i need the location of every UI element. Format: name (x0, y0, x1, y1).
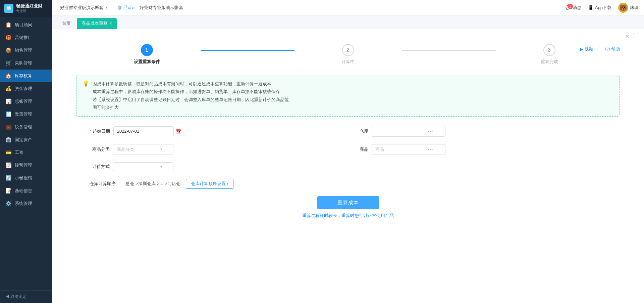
recalc-button[interactable]: 重算成本 (317, 196, 379, 209)
step-3-circle: 3 (543, 44, 555, 56)
start-date-input[interactable] (113, 126, 174, 136)
finance-icon: 💰 (5, 86, 11, 92)
step-2-circle: 2 (342, 44, 354, 56)
inventory-icon: 🏠 (5, 73, 11, 79)
info-line-3: 若【系统设置】中启用了自动调整记账日期时，会调整入库单的整单记账日期，因此重新计… (93, 96, 289, 103)
steps-progress: 1 设置重算条件 2 计算中 3 重算完成 ▶ 视 (63, 37, 633, 75)
step-1-circle: 1 (141, 44, 153, 56)
recalc-btn-label: 重算成本 (337, 200, 359, 205)
warehouse-order-setting-button[interactable]: 仓库计算顺序设置 › (186, 179, 233, 189)
account-selector[interactable]: 好业财专业版演示帐套 ▾ (57, 3, 110, 12)
avatar: 🐻 (618, 3, 628, 13)
tab-cost-recalc-label: 商品成本重算 (82, 20, 108, 27)
sidebar-item-project[interactable]: 📋 项目顾问 (0, 18, 52, 31)
sidebar-nav: 📋 项目顾问 🎁 营销推广 📦 销售管理 🛒 采购管理 🏠 库存核算 💰 资金管… (0, 17, 52, 290)
category-label: 商品分类 (90, 146, 110, 153)
sidebar-item-inventory-label: 库存核算 (15, 73, 32, 79)
help-label: 帮助 (611, 46, 620, 52)
sidebar-edition: 专业版 (16, 9, 42, 13)
step-1: 1 设置重算条件 (93, 44, 201, 65)
warehouse-dots-icon[interactable]: ··· (428, 128, 434, 134)
sidebar-item-finance-label: 资金管理 (15, 86, 32, 92)
sidebar-item-tax[interactable]: 💼 税务管理 (0, 121, 52, 133)
app-download-label: App下载 (595, 5, 611, 11)
step-1-number: 1 (145, 47, 148, 53)
message-button[interactable]: 💬 1 消息 (566, 5, 581, 11)
sidebar-item-system[interactable]: ⚙️ 系统管理 (0, 197, 52, 210)
category-group: 商品分类 商品分类 ▾ (90, 144, 348, 155)
warehouse-order-label: 仓库计算顺序： (90, 181, 120, 187)
warehouse-order-btn-label: 仓库计算顺序设置 › (191, 181, 228, 187)
sidebar-item-operations-label: 经营管理 (15, 162, 32, 168)
goods-dots-icon[interactable]: ··· (428, 146, 434, 153)
message-label: 消息 (573, 5, 581, 11)
sidebar-item-basic-label: 基础信息 (15, 188, 32, 194)
pricing-label: 计价方式 (90, 164, 110, 170)
sidebar-item-basic[interactable]: 📝 基础信息 (0, 184, 52, 197)
video-help-link[interactable]: ▶ 视频 (580, 46, 593, 52)
step-3-label: 重算完成 (541, 59, 558, 65)
user-profile[interactable]: 🐻 珠珠 (618, 3, 639, 13)
system-icon: ⚙️ (5, 201, 11, 207)
assets-icon: 🏛️ (5, 137, 11, 143)
content-area: ✕ ⛶ 1 设置重算条件 2 计算中 3 (52, 29, 644, 303)
tab-home[interactable]: 首页 (57, 18, 75, 29)
salary-icon: 💳 (5, 149, 11, 156)
sidebar-item-operations[interactable]: 📈 经营管理 (0, 159, 52, 172)
sidebar-item-assets[interactable]: 🏛️ 固定资产 (0, 133, 52, 146)
sidebar-item-system-label: 系统管理 (15, 201, 32, 207)
step-2: 2 计算中 (294, 44, 402, 65)
sidebar-item-purchase[interactable]: 🛒 采购管理 (0, 57, 52, 70)
sidebar-item-project-label: 项目顾问 (15, 22, 32, 28)
warehouse-select[interactable]: ··· (372, 126, 445, 137)
topbar-right: 💬 1 消息 📱 App下载 🐻 珠珠 (566, 3, 639, 13)
account-selector-text: 好业财专业版演示帐套 (60, 5, 104, 11)
operations-icon: 📈 (5, 162, 11, 168)
sidebar-item-invoice-label: 发票管理 (15, 111, 32, 117)
info-line-2: 成本重算过程中，影响库存账的操作均不能操作，比如进货单、销货单、库存单据不能审核… (93, 88, 289, 95)
tax-icon: 💼 (5, 124, 11, 130)
help-link[interactable]: ? 帮助 (605, 46, 620, 52)
message-count-badge: 1 (568, 4, 573, 9)
info-line-4: 围可能会扩大 (93, 103, 289, 111)
tab-home-label: 首页 (62, 21, 71, 26)
info-box: 💡 因成本计算参数调整，或是对商品成本有疑问时，可以通过成本重算功能，重新计算一… (76, 75, 620, 117)
sidebar-item-inventory[interactable]: 🏠 库存核算 (0, 70, 52, 82)
category-select[interactable]: 商品分类 ▾ (113, 144, 173, 155)
invoice-icon: 🧾 (5, 111, 11, 117)
help-circle-icon: ? (605, 47, 610, 51)
tab-cost-recalc[interactable]: 商品成本重算 × (77, 18, 117, 29)
sidebar-item-expense[interactable]: 🔄 小畅报销 (0, 172, 52, 184)
goods-placeholder: 商品 (375, 146, 384, 153)
accounting-icon: 📊 (5, 98, 11, 104)
sidebar-item-invoice[interactable]: 🧾 发票管理 (0, 108, 52, 121)
sidebar-item-sales[interactable]: 📦 销售管理 (0, 44, 52, 57)
sidebar-item-finance[interactable]: 💰 资金管理 (0, 82, 52, 95)
pricing-select[interactable]: ▾ (113, 162, 173, 171)
warehouse-order-row: 仓库计算顺序： 总仓->深圳仓库->...->门店仓 仓库计算顺序设置 › (90, 179, 606, 189)
topbar: 好业财专业版演示帐套 ▾ 🛡️ 已认证 好业财专业版演示帐套 💬 1 消息 📱 … (52, 0, 644, 15)
step-3-number: 3 (548, 47, 551, 53)
sidebar-app-title: 畅捷通好业财 (16, 3, 42, 9)
pricing-group: 计价方式 ▾ (90, 162, 606, 171)
calendar-icon[interactable]: 📅 (176, 129, 181, 134)
recalc-area: 重算成本 重算过程耗时较长，重算时您可以正常使用产品 (63, 196, 633, 219)
tab-close-icon[interactable]: × (110, 21, 112, 26)
info-lightbulb-icon: 💡 (83, 80, 89, 112)
sidebar-item-marketing[interactable]: 🎁 营销推广 (0, 31, 52, 44)
purchase-icon: 🛒 (5, 60, 11, 66)
expand-window-button[interactable]: ⛶ (633, 33, 639, 40)
project-icon: 📋 (5, 22, 11, 28)
tabbar: 首页 商品成本重算 × (52, 15, 644, 29)
expense-icon: 🔄 (5, 175, 11, 181)
form-row-3: 计价方式 ▾ (90, 162, 606, 171)
sidebar-pin-toggle[interactable]: ◀ 取消固定 (0, 290, 52, 303)
category-placeholder: 商品分类 (117, 146, 134, 153)
sidebar: 畅 畅捷通好业财 专业版 📋 项目顾问 🎁 营销推广 📦 销售管理 🛒 采购管理… (0, 0, 52, 303)
step-line-2 (402, 50, 496, 51)
sidebar-item-accounting[interactable]: 📊 总账管理 (0, 95, 52, 108)
username-label: 珠珠 (630, 5, 639, 11)
app-download-button[interactable]: 📱 App下载 (588, 5, 611, 11)
sidebar-item-salary[interactable]: 💳 工资 (0, 146, 52, 159)
goods-select[interactable]: 商品 ··· (372, 144, 445, 155)
